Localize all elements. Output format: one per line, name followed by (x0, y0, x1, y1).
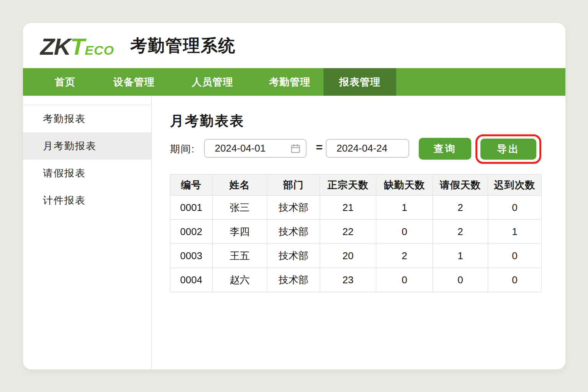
cell-leave-days: 1 (433, 244, 488, 268)
column-header-late-count: 迟到次数 (488, 175, 542, 196)
export-highlight-annotation: 导出 (475, 134, 541, 164)
sidebar-item-monthly-attendance-report[interactable]: 月考勤报表 (23, 132, 151, 160)
main-navbar: 首页 设备管理 人员管理 考勤管理 报表管理 (23, 68, 565, 96)
nav-tab-report-management[interactable]: 报表管理 (323, 68, 396, 96)
cell-id: 0001 (170, 196, 212, 220)
cell-leave-days: 2 (433, 196, 488, 220)
cell-absent-days: 1 (376, 196, 433, 220)
date-range-separator: = (312, 141, 326, 154)
cell-name: 张三 (212, 196, 267, 220)
column-header-department: 部门 (267, 175, 320, 196)
sidebar-item-piecework-report[interactable]: 计件报表 (23, 187, 151, 214)
cell-late-count: 1 (488, 220, 542, 244)
logo-text-eco: ECO (85, 43, 114, 58)
app-window: ZKTECO 考勤管理系统 首页 设备管理 人员管理 考勤管理 报表管理 考勤报… (23, 23, 565, 369)
nav-tab-home[interactable]: 首页 (36, 68, 94, 96)
cell-department: 技术部 (267, 196, 320, 220)
column-header-absent-days: 缺勤天数 (376, 175, 433, 196)
cell-absent-days: 0 (376, 268, 433, 292)
cell-id: 0004 (170, 268, 212, 292)
export-button[interactable]: 导出 (480, 139, 536, 160)
cell-department: 技术部 (267, 220, 320, 244)
cell-absent-days: 2 (376, 244, 433, 268)
monthly-attendance-table: 编号 姓名 部门 正宗天数 缺勤天数 请假天数 迟到次数 0001 张三 技术部 (170, 174, 542, 292)
column-header-leave-days: 请假天数 (433, 175, 488, 196)
table-row: 0004 赵六 技术部 23 0 0 0 (170, 268, 542, 292)
table-row: 0001 张三 技术部 21 1 2 0 (170, 196, 542, 220)
cell-name: 李四 (212, 220, 267, 244)
table-header-row: 编号 姓名 部门 正宗天数 缺勤天数 请假天数 迟到次数 (170, 175, 542, 196)
cell-id: 0002 (170, 220, 212, 244)
page-title: 月考勤表表 (170, 112, 245, 131)
sidebar-item-attendance-report[interactable]: 考勤报表 (23, 105, 151, 132)
cell-late-count: 0 (488, 268, 542, 292)
page-background: ZKTECO 考勤管理系统 首页 设备管理 人员管理 考勤管理 报表管理 考勤报… (0, 0, 588, 392)
logo-text-zk: ZK (40, 33, 70, 60)
cell-normal-days: 20 (320, 244, 376, 268)
cell-normal-days: 23 (320, 268, 376, 292)
cell-leave-days: 0 (433, 268, 488, 292)
cell-name: 王五 (212, 244, 267, 268)
cell-leave-days: 2 (433, 220, 488, 244)
sidebar-divider (23, 105, 151, 105)
table-row: 0003 王五 技术部 20 2 1 0 (170, 244, 542, 268)
column-header-name: 姓名 (212, 175, 267, 196)
cell-department: 技术部 (267, 268, 320, 292)
cell-id: 0003 (170, 244, 212, 268)
cell-normal-days: 21 (320, 196, 376, 220)
date-range-label: 期间: (170, 142, 195, 156)
column-header-id: 编号 (170, 175, 212, 196)
nav-tab-device-management[interactable]: 设备管理 (101, 68, 167, 96)
main-content: 月考勤表表 期间: = 查询 导出 (152, 96, 565, 369)
column-header-normal-days: 正宗天数 (320, 175, 376, 196)
cell-normal-days: 22 (320, 220, 376, 244)
cell-department: 技术部 (267, 244, 320, 268)
zkteco-logo: ZKTECO (40, 33, 114, 60)
sidebar-item-leave-report[interactable]: 请假报表 (23, 160, 151, 187)
query-button[interactable]: 查询 (419, 138, 471, 160)
report-sidebar: 考勤报表 月考勤报表 请假报表 计件报表 (23, 96, 152, 369)
nav-tab-attendance-management[interactable]: 考勤管理 (257, 68, 322, 96)
end-date-input[interactable] (326, 139, 409, 158)
cell-late-count: 0 (488, 244, 542, 268)
brand-header: ZKTECO 考勤管理系统 (23, 23, 565, 68)
cell-absent-days: 0 (376, 220, 433, 244)
cell-late-count: 0 (488, 196, 542, 220)
logo-text-t: T (70, 33, 84, 60)
nav-tab-personnel-management[interactable]: 人员管理 (180, 68, 245, 96)
calendar-icon[interactable] (290, 143, 301, 154)
cell-name: 赵六 (212, 268, 267, 292)
table-row: 0002 李四 技术部 22 0 2 1 (170, 220, 542, 244)
app-title: 考勤管理系统 (130, 34, 236, 57)
